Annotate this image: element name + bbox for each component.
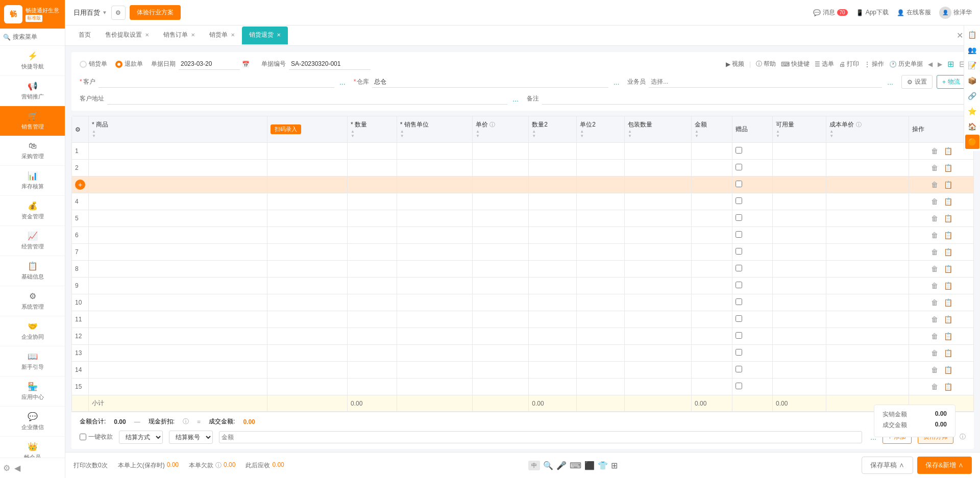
- search-menu[interactable]: 🔍 搜索菜单: [0, 29, 65, 46]
- right-sidebar-contacts[interactable]: 👥: [965, 43, 979, 57]
- warehouse-picker[interactable]: ...: [614, 78, 620, 86]
- copy-row-button[interactable]: 📋: [943, 264, 953, 274]
- delete-row-button[interactable]: 🗑: [929, 163, 940, 173]
- copy-row-button[interactable]: 📋: [943, 297, 953, 308]
- toolbar-grid-view[interactable]: ⊞: [947, 59, 954, 69]
- gift-checkbox[interactable]: [736, 298, 742, 305]
- sidebar-item-sales[interactable]: 🛒 销售管理: [0, 106, 65, 136]
- delete-row-button[interactable]: 🗑: [929, 348, 940, 358]
- gift-checkbox[interactable]: [736, 282, 742, 288]
- copy-row-button[interactable]: 📋: [943, 230, 953, 240]
- gift-checkbox[interactable]: [736, 147, 742, 154]
- delete-row-button[interactable]: 🗑: [929, 331, 940, 341]
- address-picker[interactable]: ...: [512, 95, 519, 103]
- sidebar-item-shortcut[interactable]: ⚡ 快捷导航: [0, 46, 65, 76]
- logistics-button[interactable]: + 物流: [937, 75, 966, 89]
- copy-row-button[interactable]: 📋: [943, 314, 953, 324]
- close-tab-sales-order[interactable]: ✕: [191, 32, 195, 38]
- ime-button[interactable]: 中: [528, 461, 540, 470]
- copy-row-button[interactable]: 📋: [943, 281, 953, 291]
- tab-sales-return[interactable]: 销货退货 ✕: [242, 27, 288, 44]
- sidebar-item-wechat[interactable]: 💬 企业微信: [0, 407, 65, 437]
- experience-button[interactable]: 体验行业方案: [130, 5, 181, 20]
- copy-row-button[interactable]: 📋: [943, 180, 953, 190]
- salesperson-picker[interactable]: ...: [887, 78, 893, 86]
- right-sidebar-link[interactable]: 🔗: [965, 89, 979, 103]
- sidebar-item-inventory[interactable]: 📊 库存核算: [0, 166, 65, 196]
- close-all-icon[interactable]: ✕: [957, 31, 963, 40]
- shirt-icon[interactable]: 👕: [598, 461, 608, 470]
- copy-row-button[interactable]: 📋: [943, 163, 953, 173]
- copy-row-button[interactable]: 📋: [943, 382, 953, 392]
- sidebar-item-member[interactable]: 👑 畅会员: [0, 437, 65, 458]
- gift-checkbox[interactable]: [736, 366, 742, 372]
- copy-row-button[interactable]: 📋: [943, 331, 953, 341]
- close-tab-sales-return[interactable]: ✕: [277, 32, 281, 38]
- mic-icon[interactable]: 🎤: [556, 461, 567, 470]
- delete-row-button[interactable]: 🗑: [929, 213, 940, 223]
- keyboard-icon[interactable]: ⌨: [570, 461, 581, 470]
- right-sidebar-records[interactable]: 📝: [965, 58, 979, 72]
- radio-sales-bill[interactable]: 销货单: [80, 60, 107, 68]
- tab-home[interactable]: 首页: [71, 27, 98, 44]
- account-select[interactable]: 结算账号: [169, 431, 213, 444]
- customer-picker[interactable]: ...: [339, 78, 346, 86]
- gift-checkbox[interactable]: [736, 315, 742, 322]
- add-row-button[interactable]: +: [75, 180, 85, 190]
- toolbar-print[interactable]: 🖨 打印: [839, 60, 859, 68]
- copy-row-button[interactable]: 📋: [943, 146, 953, 156]
- sidebar-item-system[interactable]: ⚙ 系统管理: [0, 286, 65, 316]
- copy-row-button[interactable]: 📋: [943, 196, 953, 207]
- sidebar-item-enterprise[interactable]: 🤝 企业协同: [0, 316, 65, 346]
- delete-row-button[interactable]: 🗑: [929, 314, 940, 324]
- gift-checkbox[interactable]: [736, 231, 742, 238]
- gift-checkbox[interactable]: [736, 332, 742, 339]
- gift-checkbox[interactable]: [736, 214, 742, 221]
- close-tab-price-setting[interactable]: ✕: [145, 32, 149, 38]
- gift-checkbox[interactable]: [736, 383, 742, 389]
- delete-row-button[interactable]: 🗑: [929, 365, 940, 375]
- search-small-icon[interactable]: 🔍: [543, 461, 553, 470]
- copy-row-button[interactable]: 📋: [943, 213, 953, 223]
- copy-row-button[interactable]: 📋: [943, 348, 953, 358]
- sidebar-item-finance[interactable]: 💰 资金管理: [0, 196, 65, 226]
- settings-button[interactable]: ⚙ 设置: [901, 75, 933, 89]
- calendar-icon[interactable]: 📅: [242, 61, 250, 68]
- settings-icon[interactable]: ⚙: [3, 463, 10, 473]
- delete-row-button[interactable]: 🗑: [929, 196, 940, 207]
- copy-row-button[interactable]: 📋: [943, 247, 953, 257]
- right-sidebar-home[interactable]: 🏠: [965, 119, 979, 134]
- settlement-select[interactable]: 结算方式: [119, 431, 163, 444]
- warehouse-input[interactable]: [372, 76, 608, 88]
- copy-row-button[interactable]: 📋: [943, 365, 953, 375]
- order-no-input[interactable]: [289, 58, 371, 70]
- grid-icon[interactable]: ⊞: [611, 461, 618, 470]
- right-sidebar-favorite[interactable]: ⭐: [965, 104, 979, 118]
- save-draft-button[interactable]: 保存草稿 ∧: [862, 457, 913, 474]
- delete-row-button[interactable]: 🗑: [929, 146, 940, 156]
- online-service-button[interactable]: 👤 在线客服: [897, 8, 931, 17]
- delete-row-button[interactable]: 🗑: [929, 297, 940, 308]
- delete-row-button[interactable]: 🗑: [929, 230, 940, 240]
- salesperson-input[interactable]: [649, 76, 882, 88]
- sidebar-item-basic[interactable]: 📋 基础信息: [0, 256, 65, 286]
- tab-sales-bill[interactable]: 销货单 ✕: [202, 27, 242, 44]
- th-gear[interactable]: ⚙: [72, 116, 89, 143]
- header-gear-button[interactable]: ⚙: [111, 6, 126, 20]
- sidebar-item-marketing[interactable]: 📢 营销推广: [0, 76, 65, 106]
- toolbar-help[interactable]: ⓘ 帮助: [756, 60, 776, 68]
- collapse-icon[interactable]: ◀: [14, 463, 20, 473]
- message-button[interactable]: 💬 消息 70: [813, 8, 848, 17]
- product-input[interactable]: [92, 181, 264, 188]
- toolbar-shortcut[interactable]: ⌨ 快捷键: [781, 60, 810, 68]
- one-click-collect-checkbox[interactable]: 一键收款: [80, 433, 113, 441]
- delete-row-button[interactable]: 🗑: [929, 264, 940, 274]
- tab-price-setting[interactable]: 售价提取设置 ✕: [98, 27, 156, 44]
- radio-return-bill[interactable]: 退款单: [115, 60, 143, 68]
- amount-input[interactable]: [219, 431, 862, 443]
- remark-input[interactable]: [542, 93, 966, 105]
- delete-row-button[interactable]: 🗑: [929, 382, 940, 392]
- gift-checkbox[interactable]: [736, 181, 742, 187]
- gift-checkbox[interactable]: [736, 164, 742, 170]
- delete-row-button[interactable]: 🗑: [929, 281, 940, 291]
